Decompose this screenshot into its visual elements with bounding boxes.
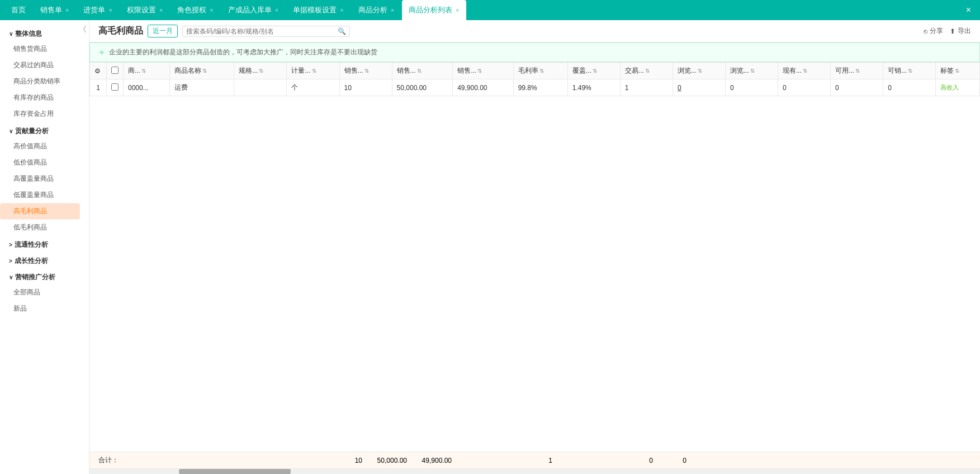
table-footer: 合计： 1050,000.0049,900.00100 bbox=[89, 452, 980, 468]
footer-cell bbox=[590, 457, 624, 464]
row-trade: 1 bbox=[620, 79, 673, 96]
nav-close-icon[interactable]: × bbox=[108, 7, 112, 13]
col-header-checkbox[interactable] bbox=[107, 63, 124, 79]
table-row: 10000...运费个1050,000.0049,900.0099.8%1.49… bbox=[90, 79, 980, 96]
col-header-trade[interactable]: 交易... ⇅ bbox=[620, 63, 673, 79]
col-header-saleQty[interactable]: 销售... ⇅ bbox=[339, 63, 392, 79]
footer-cell: 1 bbox=[523, 457, 557, 464]
col-header-spec[interactable]: 规格... ⇅ bbox=[234, 63, 287, 79]
col-header-name[interactable]: 商品名称 ⇅ bbox=[169, 63, 234, 79]
sidebar-item-商品分类助销率[interactable]: 商品分类助销率 bbox=[0, 73, 80, 90]
sidebar-item-库存资金占用[interactable]: 库存资金占用 bbox=[0, 106, 80, 122]
share-icon: ⎋ bbox=[924, 27, 927, 35]
content-area: 高毛利商品 近一月 🔍 ⎋ 分享 ⬆ 导出 ✧ 企业的主要的利润都是这部分商品创… bbox=[89, 20, 980, 474]
col-header-available[interactable]: 可用... ⇅ bbox=[831, 63, 883, 79]
info-text: 企业的主要的利润都是这部分商品创造的，可考虑加大推广，同时关注库存是不要出现缺货 bbox=[109, 48, 377, 57]
filter-period-button[interactable]: 近一月 bbox=[148, 25, 178, 37]
sidebar-item-新品[interactable]: 新品 bbox=[0, 301, 80, 317]
sidebar-group-成长性分析[interactable]: >成长性分析 bbox=[0, 252, 80, 268]
row-num: 1 bbox=[90, 79, 107, 96]
export-icon: ⬆ bbox=[950, 27, 955, 35]
col-header-current[interactable]: 现有... ⇅ bbox=[778, 63, 831, 79]
nav-item-权限设置[interactable]: 权限设置× bbox=[120, 0, 169, 20]
nav-item-首页[interactable]: 首页 bbox=[4, 0, 32, 20]
footer-cell bbox=[691, 457, 725, 464]
nav-item-商品分析列表[interactable]: 商品分析列表× bbox=[402, 0, 466, 20]
bottom-scrollbar[interactable] bbox=[89, 468, 980, 474]
col-header-settings[interactable]: ⚙ bbox=[90, 63, 107, 79]
footer-cell: 0 bbox=[624, 457, 657, 464]
col-header-code[interactable]: 商... ⇅ bbox=[124, 63, 170, 79]
col-header-saleable[interactable]: 可销... ⇅ bbox=[883, 63, 936, 79]
footer-cell bbox=[160, 457, 177, 464]
nav-item-销售单[interactable]: 销售单× bbox=[34, 0, 75, 20]
sidebar-item-低毛利商品[interactable]: 低毛利商品 bbox=[0, 219, 80, 236]
sidebar-item-高毛利商品[interactable]: 高毛利商品 bbox=[0, 203, 80, 219]
nav-close-icon[interactable]: × bbox=[391, 7, 394, 13]
sidebar-item-低价值商品[interactable]: 低价值商品 bbox=[0, 154, 80, 171]
content-header: 高毛利商品 近一月 🔍 ⎋ 分享 ⬆ 导出 bbox=[89, 20, 980, 43]
col-header-coverage[interactable]: 覆盖... ⇅ bbox=[567, 63, 620, 79]
nav-item-角色授权[interactable]: 角色授权× bbox=[171, 0, 220, 20]
select-all-checkbox[interactable] bbox=[111, 67, 119, 74]
row-checkbox[interactable] bbox=[111, 83, 119, 91]
footer-cell bbox=[210, 457, 266, 464]
sidebar-group-流通性分析[interactable]: >流通性分析 bbox=[0, 236, 80, 252]
sidebar-collapse-button[interactable]: 《 bbox=[79, 25, 87, 35]
sidebar-group-营销推广分析[interactable]: ∨营销推广分析 bbox=[0, 268, 80, 284]
nav-close-icon[interactable]: × bbox=[159, 7, 163, 13]
sidebar-group-贡献量分析[interactable]: ∨贡献量分析 bbox=[0, 122, 80, 138]
footer-cell bbox=[557, 457, 590, 464]
top-navigation: 首页销售单×进货单×权限设置×角色授权×产成品入库单×单据模板设置×商品分析×商… bbox=[0, 0, 980, 20]
sidebar-group-整体信息[interactable]: ∨整体信息 bbox=[0, 25, 80, 41]
search-input[interactable] bbox=[186, 27, 338, 35]
row-spec bbox=[234, 79, 287, 96]
sidebar-item-全部商品[interactable]: 全部商品 bbox=[0, 284, 80, 301]
row-cb bbox=[107, 79, 124, 96]
nav-close-icon[interactable]: × bbox=[210, 7, 213, 13]
col-header-saleCost[interactable]: 销售... ⇅ bbox=[453, 63, 514, 79]
row-browse1: 0 bbox=[673, 79, 725, 96]
sidebar-item-低覆盖量商品[interactable]: 低覆盖量商品 bbox=[0, 187, 80, 203]
sidebar-item-交易过的商品[interactable]: 交易过的商品 bbox=[0, 57, 80, 73]
sidebar-item-销售货商品[interactable]: 销售货商品 bbox=[0, 41, 80, 57]
sidebar-item-高覆盖量商品[interactable]: 高覆盖量商品 bbox=[0, 171, 80, 187]
nav-close-icon[interactable]: × bbox=[456, 7, 459, 13]
info-banner: ✧ 企业的主要的利润都是这部分商品创造的，可考虑加大推广，同时关注库存是不要出现… bbox=[89, 43, 980, 62]
row-saleable: 0 bbox=[883, 79, 936, 96]
col-header-grossMargin[interactable]: 毛利率 ⇅ bbox=[513, 63, 567, 79]
nav-item-产成品入库单[interactable]: 产成品入库单× bbox=[221, 0, 285, 20]
col-header-browse1[interactable]: 浏览... ⇅ bbox=[673, 63, 725, 79]
share-button[interactable]: ⎋ 分享 bbox=[924, 26, 943, 36]
sidebar-item-有库存的商品[interactable]: 有库存的商品 bbox=[0, 90, 80, 106]
sidebar-item-高价值商品[interactable]: 高价值商品 bbox=[0, 138, 80, 154]
nav-item-商品分析[interactable]: 商品分析× bbox=[352, 0, 401, 20]
col-header-saleAmount[interactable]: 销售... ⇅ bbox=[392, 63, 453, 79]
export-button[interactable]: ⬆ 导出 bbox=[950, 26, 971, 36]
row-gross-margin: 99.8% bbox=[513, 79, 567, 96]
row-browse2: 0 bbox=[725, 79, 778, 96]
row-available: 0 bbox=[831, 79, 883, 96]
footer-cell bbox=[490, 457, 523, 464]
row-sale-qty: 10 bbox=[339, 79, 392, 96]
nav-item-进货单[interactable]: 进货单× bbox=[77, 0, 119, 20]
col-header-unit[interactable]: 计量... ⇅ bbox=[287, 63, 339, 79]
row-sale-amount: 50,000.00 bbox=[392, 79, 453, 96]
row-sale-cost: 49,900.00 bbox=[453, 79, 514, 96]
close-window-button[interactable]: × bbox=[962, 5, 976, 15]
nav-close-icon[interactable]: × bbox=[65, 7, 69, 13]
nav-close-icon[interactable]: × bbox=[275, 7, 278, 13]
nav-close-icon[interactable]: × bbox=[340, 7, 343, 13]
footer-cell bbox=[456, 457, 490, 464]
col-header-tag[interactable]: 标签 ⇅ bbox=[936, 63, 980, 79]
footer-cell bbox=[266, 457, 300, 464]
col-header-browse2[interactable]: 浏览... ⇅ bbox=[725, 63, 778, 79]
search-icon[interactable]: 🔍 bbox=[338, 27, 346, 35]
row-current: 0 bbox=[778, 79, 831, 96]
footer-cell: 49,900.00 bbox=[411, 457, 456, 464]
table-container[interactable]: ⚙商... ⇅商品名称 ⇅规格... ⇅计量... ⇅销售... ⇅销售... … bbox=[89, 62, 980, 452]
row-unit: 个 bbox=[287, 79, 339, 96]
search-box: 🔍 bbox=[182, 26, 350, 37]
footer-label: 合计： bbox=[98, 456, 143, 465]
nav-item-单据模板设置[interactable]: 单据模板设置× bbox=[286, 0, 350, 20]
